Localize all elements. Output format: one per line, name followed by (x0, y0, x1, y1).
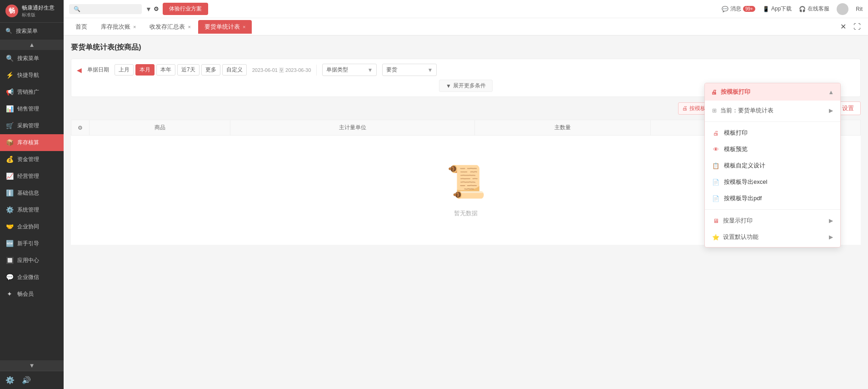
search-icon: 🔍 (5, 55, 14, 62)
maximize-btn[interactable]: ⛶ (852, 22, 863, 32)
tab-home[interactable]: 首页 (69, 20, 94, 34)
sidebar-logo: 畅 畅康通好生意 标准版 (0, 0, 64, 23)
app-icon: 📱 (763, 6, 769, 12)
tab-income_summary[interactable]: 收发存汇总表× (143, 20, 197, 34)
logo-icon: 畅 (5, 5, 18, 17)
industry-btn[interactable]: 体验行业方案 (163, 3, 208, 15)
filter-row-1: ◀ 单据日期 上月本月本年近7天更多自定义 2023-06-01 至 2023-… (77, 64, 855, 76)
sidebar-item-label: 快捷导航 (17, 71, 39, 79)
sidebar-item-marketing[interactable]: 📢营销推广 (0, 84, 64, 101)
sidebar-item-inventory[interactable]: 📦库存核算 (0, 134, 64, 151)
date-btn-上月[interactable]: 上月 (115, 64, 134, 76)
dropdown-current-section: ⊞ 当前：要货单统计表 ▶ (705, 101, 840, 121)
sidebar-item-member[interactable]: ✦畅会员 (0, 286, 64, 303)
table-header-⚙[interactable]: ⚙ (71, 120, 90, 136)
scroll-down-btn[interactable]: ▼ (145, 5, 152, 13)
sidebar-item-sales[interactable]: 📊销售管理 (0, 101, 64, 117)
online-service-btn[interactable]: 🎧 在线客服 (799, 5, 829, 13)
sidebar-item-coop[interactable]: 🤝企业协同 (0, 218, 64, 235)
display_print-icon: 🖥 (712, 217, 719, 224)
tab-close-icon[interactable]: × (188, 24, 190, 30)
filter-separator (316, 65, 317, 76)
close-tab-btn[interactable]: ✕ (838, 21, 848, 32)
sidebar-item-finance[interactable]: 💰资金管理 (0, 151, 64, 168)
close-dropdown-icon[interactable]: ▲ (828, 89, 834, 96)
tab-label: 首页 (75, 23, 87, 31)
settings-bottom-icon[interactable]: ⚙️ (5, 376, 15, 384)
wechat-icon: 💬 (5, 273, 14, 281)
date-btn-本月[interactable]: 本月 (135, 64, 155, 76)
dropdown-section-item-default_func[interactable]: ⭐设置默认功能▶ (705, 229, 840, 245)
messages-btn[interactable]: 💬 消息 99+ (722, 5, 755, 13)
dropdown-item-label: 模板自定义设计 (724, 162, 765, 170)
doc-type-select[interactable]: 单据类型 ▼ (322, 64, 377, 76)
sidebar-item-quick[interactable]: ⚡快捷导航 (0, 67, 64, 84)
sidebar-item-system[interactable]: ⚙️系统管理 (0, 202, 64, 218)
print-dropdown: 🖨 按模板打印 ▲ ⊞ 当前：要货单统计表 ▶ 🖨模板打印👁模板预览📋模板自 (704, 83, 841, 248)
expand-more-btn[interactable]: ▼ 展开更多条件 (439, 80, 493, 92)
tab-inventory_batch[interactable]: 库存批次账× (95, 20, 142, 34)
goods-filter[interactable]: 要货 ▼ (382, 64, 437, 76)
dropdown-item-label: 模板预览 (724, 145, 748, 153)
sales-icon: 📊 (5, 105, 14, 112)
tab-order_stats[interactable]: 要货单统计表× (198, 20, 252, 34)
sound-icon[interactable]: 🔊 (22, 376, 31, 384)
dropdown-divider-2 (705, 209, 840, 210)
table-header-主计量单位: 主计量单位 (230, 120, 475, 136)
sidebar-item-search[interactable]: 🔍搜索菜单 (0, 50, 64, 67)
username: Rit (856, 6, 863, 12)
sidebar-scroll-down[interactable]: ▼ (0, 360, 64, 371)
tab-close-icon[interactable]: × (133, 24, 136, 30)
sidebar-item-label: 应用中心 (17, 257, 39, 264)
dropdown-section-item-display_print[interactable]: 🖥按显示打印▶ (705, 212, 840, 229)
dropdown-item-template_print[interactable]: 🖨模板打印 (705, 125, 840, 141)
sidebar-item-wechat[interactable]: 💬企业微信 (0, 269, 64, 286)
finance-icon: 💰 (5, 156, 14, 163)
avatar[interactable] (837, 3, 848, 15)
dropdown-item-template_pdf[interactable]: 📄按模板导出pdf (705, 190, 840, 207)
sidebar-item-label: 搜索菜单 (17, 55, 39, 62)
sidebar-bottom: ⚙️ 🔊 (0, 371, 64, 389)
tab-label: 收发存汇总表 (150, 23, 185, 31)
sidebar-item-label: 畅会员 (17, 290, 34, 298)
template_preview-icon: 👁 (712, 146, 719, 153)
sidebar-item-label: 销售管理 (17, 105, 39, 113)
sidebar-item-label: 企业微信 (17, 273, 39, 281)
dropdown-section-items: 🖥按显示打印▶⭐设置默认功能▶ (705, 211, 840, 247)
sidebar-item-operation[interactable]: 📈经营管理 (0, 168, 64, 185)
current-template-item[interactable]: ⊞ 当前：要货单统计表 ▶ (705, 102, 840, 119)
dropdown-main-section: 🖨模板打印👁模板预览📋模板自定义设计📄按模板导出excel📄按模板导出pdf (705, 123, 840, 208)
date-btn-本年[interactable]: 本年 (156, 64, 175, 76)
dropdown-item-template_custom[interactable]: 📋模板自定义设计 (705, 157, 840, 174)
tab-close-icon[interactable]: × (243, 24, 245, 30)
template_excel-icon: 📄 (712, 179, 719, 186)
filter-expand-btn[interactable]: ◀ (77, 66, 82, 74)
date-btn-更多[interactable]: 更多 (201, 64, 220, 76)
print-icon: 🖨 (682, 105, 688, 111)
template_custom-icon: 📋 (712, 162, 719, 169)
default_func-icon: ⭐ (712, 234, 719, 241)
sidebar-scroll-up[interactable]: ▲ (0, 40, 64, 50)
date-btn-近7天[interactable]: 近7天 (177, 64, 200, 76)
logo-text: 畅康通好生意 标准版 (22, 5, 55, 18)
scroll-icon: ⚙ (154, 5, 159, 12)
dropdown-item-template_excel[interactable]: 📄按模板导出excel (705, 174, 840, 190)
quick-icon: ⚡ (5, 71, 14, 79)
date-range: 2023-06-01 至 2023-06-30 (252, 67, 311, 74)
dropdown-item-label: 按模板导出excel (724, 178, 767, 186)
dropdown-item-template_preview[interactable]: 👁模板预览 (705, 141, 840, 157)
dropdown-item-label: 按模板导出pdf (724, 194, 762, 202)
doc-type-chevron-icon: ▼ (367, 67, 373, 73)
sidebar-item-purchase[interactable]: 🛒采购管理 (0, 117, 64, 134)
current-chevron-icon: ▶ (829, 107, 833, 114)
search-menu[interactable]: 🔍 搜索菜单 (0, 23, 64, 40)
sidebar-item-guide[interactable]: 🆕新手引导 (0, 235, 64, 252)
app-download-btn[interactable]: 📱 App下载 (763, 5, 792, 13)
sidebar-item-apps[interactable]: 🔲应用中心 (0, 252, 64, 269)
date-btn-自定义[interactable]: 自定义 (222, 64, 247, 76)
search-bar[interactable]: 🔍 (69, 4, 142, 14)
sidebar-item-label: 营销推广 (17, 88, 39, 96)
dropdown-divider-1 (705, 121, 840, 122)
purchase-icon: 🛒 (5, 122, 14, 129)
sidebar-item-basic[interactable]: ℹ️基础信息 (0, 185, 64, 202)
